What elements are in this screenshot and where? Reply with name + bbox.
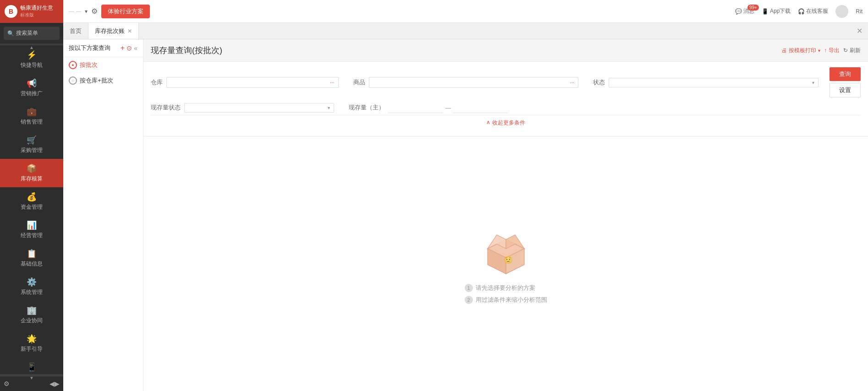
sidebar-item-inventory-label: 库存核算	[21, 175, 43, 183]
collapse-label: 收起更多条件	[492, 119, 525, 127]
sidebar-item-inventory[interactable]: 📦 库存核算	[0, 159, 63, 187]
collapse-left-panel-button[interactable]: «	[134, 44, 137, 52]
search-icon: 🔍	[7, 30, 14, 37]
sidebar-item-basics[interactable]: 📋 基础信息	[0, 244, 63, 272]
app-title: 畅康通好生意	[20, 5, 53, 12]
guide-icon: 🌟	[27, 334, 37, 344]
scheme-settings-button[interactable]: ⊙	[126, 45, 132, 51]
active-scheme-icon: ●	[69, 61, 77, 69]
sidebar-item-enterprise-label: 企业协同	[21, 317, 43, 325]
sidebar-item-sales[interactable]: 💼 销售管理	[0, 102, 63, 130]
right-content-panel: 现存量查询(按批次) 🖨 按模板打印 ▾ ↑ 导出 ↻	[143, 39, 868, 391]
sidebar-item-operations-label: 经营管理	[21, 232, 43, 239]
stock-status-arrow-icon: ▾	[328, 105, 330, 110]
app-logo: B	[5, 5, 17, 18]
hint-2-number: 2	[465, 296, 473, 304]
sidebar-item-marketing[interactable]: 📢 营销推广	[0, 74, 63, 102]
sidebar-item-finance-label: 资金管理	[21, 203, 43, 211]
sidebar-item-finance[interactable]: 💰 资金管理	[0, 187, 63, 216]
operations-icon: 📊	[27, 220, 37, 230]
status-select[interactable]: ▾	[609, 78, 819, 87]
breadcrumb-dropdown[interactable]: ▾	[85, 8, 88, 15]
scheme-item-by-batch[interactable]: ● 按批次	[63, 57, 143, 73]
breadcrumb: — —	[69, 8, 81, 15]
close-panel-button[interactable]: ✕	[851, 27, 868, 35]
page-header-actions: 🖨 按模板打印 ▾ ↑ 导出 ↻ 刷新	[781, 47, 861, 54]
query-button[interactable]: 查询	[830, 67, 861, 81]
print-template-button[interactable]: 🖨 按模板打印 ▾	[781, 47, 820, 54]
sidebar-footer: ⚙ ◀▶	[0, 376, 63, 391]
sidebar-item-enterprise[interactable]: 🏢 企业协同	[0, 301, 63, 329]
tab-inventory-batch[interactable]: 库存批次账 ✕	[88, 23, 139, 39]
sidebar-item-operations[interactable]: 📊 经营管理	[0, 216, 63, 244]
stock-status-select[interactable]: ▾	[184, 103, 334, 113]
product-label: 商品	[353, 78, 365, 87]
warehouse-dots[interactable]: ···	[330, 79, 335, 86]
tabbar: 首页 库存批次账 ✕ ✕	[63, 23, 868, 39]
tab-close-icon[interactable]: ✕	[127, 28, 132, 34]
breadcrumb-text: — —	[69, 8, 81, 15]
content-area: 按以下方案查询 + ⊙ « ● 按批次 ○ 按仓库+批次	[63, 39, 868, 391]
stock-qty-max-input[interactable]	[453, 102, 508, 113]
empty-hint-1: 1 请先选择要分析的方案	[465, 284, 547, 292]
sidebar-item-basics-label: 基础信息	[21, 260, 43, 268]
online-service-button[interactable]: 🎧 在线客服	[798, 7, 828, 15]
app-version: 标准版	[20, 12, 53, 18]
sidebar-item-shortcut[interactable]: ⚡ 快捷导航	[0, 45, 63, 74]
collapse-icon: ∧	[486, 119, 490, 127]
sales-icon: 💼	[27, 107, 37, 117]
sidebar-item-purchase-label: 采购管理	[21, 147, 43, 154]
inactive-scheme-icon: ○	[69, 76, 77, 85]
product-dots[interactable]: ···	[570, 79, 574, 86]
username-label[interactable]: Rit	[856, 8, 863, 15]
collapse-sidebar-button[interactable]: ◀▶	[49, 380, 60, 387]
warehouse-input[interactable]: ···	[166, 77, 339, 88]
column-settings-button[interactable]: 设置	[830, 83, 861, 98]
marketing-icon: 📢	[27, 78, 37, 88]
print-dropdown-icon: ▾	[818, 48, 820, 53]
stock-qty-min-input[interactable]	[388, 102, 443, 113]
message-button[interactable]: 💬 消息 99+	[735, 7, 754, 15]
scheme-warehouse-batch-label: 按仓库+批次	[80, 76, 113, 85]
sidebar-item-guide[interactable]: 🌟 新手引导	[0, 329, 63, 358]
action-buttons: 查询 设置	[830, 67, 861, 98]
empty-illustration: 😟	[478, 223, 533, 278]
export-button[interactable]: ↑ 导出	[824, 47, 840, 54]
trial-button[interactable]: 体验行业方案	[101, 5, 150, 18]
apps-icon: 📱	[27, 362, 37, 372]
print-label: 按模板打印	[789, 47, 816, 54]
message-badge: 99+	[747, 5, 759, 11]
sidebar-search-area[interactable]: 🔍 搜索菜单	[0, 23, 63, 43]
user-avatar[interactable]	[835, 5, 848, 18]
empty-hints: 1 请先选择要分析的方案 2 用过滤条件来缩小分析范围	[465, 284, 547, 304]
online-service-label: 在线客服	[806, 7, 828, 15]
app-download-button[interactable]: 📱 App下载	[762, 7, 791, 15]
tab-home[interactable]: 首页	[63, 23, 88, 39]
filter-area: 仓库 ··· 商品 ···	[143, 62, 868, 136]
headset-icon: 🎧	[798, 8, 805, 15]
enterprise-icon: 🏢	[27, 305, 37, 315]
message-icon: 💬	[735, 8, 742, 15]
topbar: — — ▾ ⚙ 体验行业方案 💬 消息 99+ 📱 App下载 🎧	[63, 0, 868, 23]
left-filter-panel: 按以下方案查询 + ⊙ « ● 按批次 ○ 按仓库+批次	[63, 39, 143, 391]
sidebar-item-system[interactable]: ⚙️ 系统管理	[0, 272, 63, 301]
refresh-label: 刷新	[850, 47, 861, 54]
sidebar-item-purchase[interactable]: 🛒 采购管理	[0, 130, 63, 159]
settings-footer-button[interactable]: ⚙	[4, 380, 10, 387]
search-menu-button[interactable]: 🔍 搜索菜单	[4, 27, 60, 40]
collapse-filters-row[interactable]: ∧ 收起更多条件	[151, 115, 861, 130]
stock-qty-dash: —	[445, 104, 451, 111]
sidebar-item-guide-label: 新手引导	[21, 345, 43, 353]
refresh-button[interactable]: ↻ 刷新	[843, 47, 861, 54]
status-label: 状态	[593, 78, 605, 87]
sidebar-item-apps[interactable]: 📱 应用中心	[0, 358, 63, 374]
add-scheme-button[interactable]: +	[121, 44, 125, 52]
refresh-icon: ↻	[843, 47, 848, 54]
export-label: 导出	[829, 47, 840, 54]
sidebar-item-system-label: 系统管理	[21, 288, 43, 296]
stock-status-filter: 现存量状态 ▾	[151, 103, 334, 113]
scheme-item-by-warehouse-batch[interactable]: ○ 按仓库+批次	[63, 73, 143, 88]
product-input[interactable]: ···	[369, 77, 579, 88]
topbar-gear-button[interactable]: ⚙	[91, 7, 98, 16]
scheme-batch-label: 按批次	[80, 61, 98, 69]
